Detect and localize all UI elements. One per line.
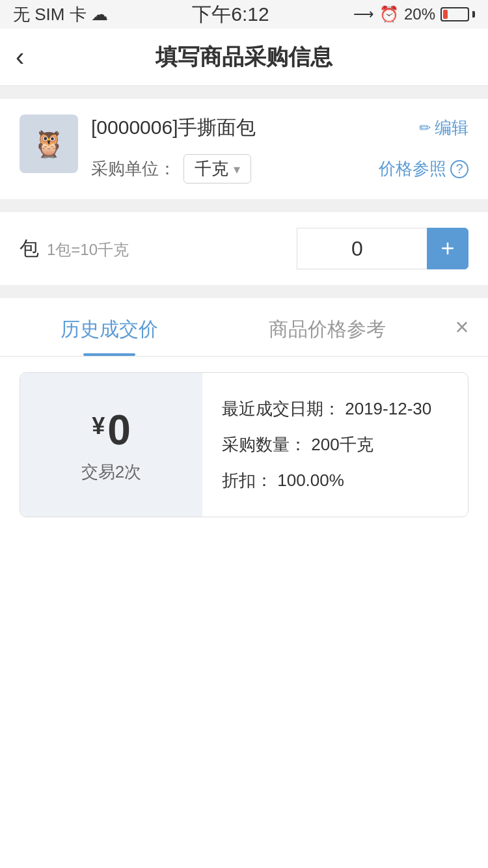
unit-select[interactable]: 千克 ▾ xyxy=(183,154,251,183)
quantity-section: 包 1包=10千克 + xyxy=(0,212,488,285)
quantity-label-group: 包 1包=10千克 xyxy=(20,236,129,262)
discount-item: 折扣： 100.00% xyxy=(222,468,448,493)
bottom-area xyxy=(0,533,488,868)
quantity-input[interactable] xyxy=(297,228,427,269)
edit-button[interactable]: ✏ 编辑 xyxy=(419,116,468,139)
discount-label: 折扣： xyxy=(222,470,273,490)
page-title: 填写商品采购信息 xyxy=(156,42,332,72)
purchase-unit-left: 采购单位： 千克 ▾ xyxy=(91,154,251,183)
battery-icon xyxy=(441,7,475,21)
tab-product-price-ref[interactable]: 商品价格参考 xyxy=(218,298,436,356)
tab-bar: 历史成交价 商品价格参考 × xyxy=(0,298,488,357)
back-button[interactable]: ‹ xyxy=(16,42,24,72)
product-section: 🦉 [0000006]手撕面包 ✏ 编辑 采购单位： 千克 ▾ xyxy=(0,99,488,199)
purchase-qty-value: 200千克 xyxy=(311,435,373,454)
quantity-equiv-label: 1包=10千克 xyxy=(47,239,129,260)
price-card-container: ¥ 0 交易2次 最近成交日期： 2019-12-30 采购数量： 200千克 … xyxy=(0,357,488,533)
purchase-unit-label: 采购单位： xyxy=(91,157,176,180)
alarm-icon: ⏰ xyxy=(379,5,399,23)
chevron-down-icon: ▾ xyxy=(234,161,240,177)
recent-date-label: 最近成交日期： xyxy=(222,399,340,418)
product-details: [0000006]手撕面包 ✏ 编辑 采购单位： 千克 ▾ 价格参照 xyxy=(91,115,468,183)
section-divider xyxy=(0,199,488,212)
product-top-row: 🦉 [0000006]手撕面包 ✏ 编辑 采购单位： 千克 ▾ xyxy=(20,115,468,183)
price-ref-label: 价格参照 xyxy=(379,157,446,180)
purchase-qty-label: 采购数量： xyxy=(222,435,306,454)
product-thumbnail: 🦉 xyxy=(20,115,78,173)
price-card-right: 最近成交日期： 2019-12-30 采购数量： 200千克 折扣： 100.0… xyxy=(202,373,468,517)
quantity-plus-button[interactable]: + xyxy=(427,228,468,269)
price-value: 0 xyxy=(107,406,131,454)
tab-close-button[interactable]: × xyxy=(436,301,488,354)
product-owl-icon: 🦉 xyxy=(33,129,65,159)
price-card: ¥ 0 交易2次 最近成交日期： 2019-12-30 采购数量： 200千克 … xyxy=(20,372,468,517)
price-ref-button[interactable]: 价格参照 ? xyxy=(379,157,468,180)
recent-date-item: 最近成交日期： 2019-12-30 xyxy=(222,396,448,422)
sim-status: 无 SIM 卡 ☁ xyxy=(13,3,108,26)
discount-value: 100.00% xyxy=(277,470,344,490)
product-name: [0000006]手撕面包 xyxy=(91,115,256,141)
status-left: 无 SIM 卡 ☁ xyxy=(13,3,108,26)
purchase-qty-item: 采购数量： 200千克 xyxy=(222,432,448,457)
edit-label: 编辑 xyxy=(435,116,468,139)
tab-history-price[interactable]: 历史成交价 xyxy=(0,298,218,356)
trade-count: 交易2次 xyxy=(81,461,141,483)
purchase-unit-row: 采购单位： 千克 ▾ 价格参照 ? xyxy=(91,154,468,183)
battery-percent: 20% xyxy=(404,5,435,23)
price-card-left: ¥ 0 交易2次 xyxy=(20,373,202,517)
status-time: 下午6:12 xyxy=(192,1,269,28)
product-name-row: [0000006]手撕面包 ✏ 编辑 xyxy=(91,115,468,141)
quantity-unit-label: 包 xyxy=(20,236,39,262)
location-icon: ⟶ xyxy=(353,6,374,23)
price-ref-help-icon: ? xyxy=(450,160,468,178)
status-right: ⟶ ⏰ 20% xyxy=(353,5,475,23)
tab-section: 历史成交价 商品价格参考 × ¥ 0 交易2次 最近成交日期： 2019-12-… xyxy=(0,298,488,868)
price-amount: ¥ 0 xyxy=(92,406,131,454)
status-bar: 无 SIM 卡 ☁ 下午6:12 ⟶ ⏰ 20% xyxy=(0,0,488,29)
currency-symbol: ¥ xyxy=(92,413,105,440)
quantity-input-group: + xyxy=(297,228,468,269)
edit-icon: ✏ xyxy=(419,120,431,137)
unit-value: 千克 xyxy=(195,157,228,180)
nav-bar: ‹ 填写商品采购信息 xyxy=(0,29,488,86)
recent-date-value: 2019-12-30 xyxy=(345,399,431,418)
